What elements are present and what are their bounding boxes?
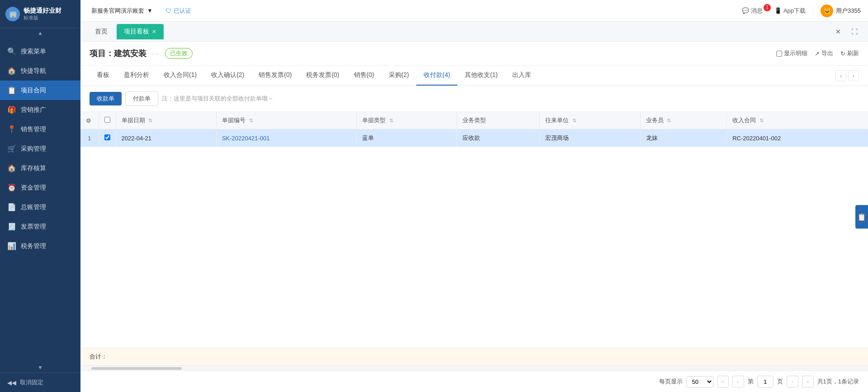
right-panel-toggle[interactable]: 📋 <box>855 205 868 229</box>
sidebar-logo: 🏢 畅捷通好业财 标准版 <box>0 0 80 28</box>
row-number-link[interactable]: SK-20220421-001 <box>222 135 270 142</box>
message-label: 消息 <box>751 7 763 15</box>
col-number[interactable]: 单据编号 ⇅ <box>216 112 356 129</box>
col-salesman[interactable]: 业务员 ⇅ <box>640 112 727 129</box>
sub-tab-other-income[interactable]: 其他收支(1) <box>458 66 505 86</box>
col-partner[interactable]: 往来单位 ⇅ <box>540 112 640 129</box>
project-prefix: 项目： <box>90 48 114 59</box>
sidebar-item-ledger[interactable]: 📄 总账管理 <box>0 197 80 217</box>
sub-tab-kanban[interactable]: 看板 <box>90 66 117 86</box>
refresh-button[interactable]: ↻ 刷新 <box>840 49 859 57</box>
page-prev-button[interactable]: ‹ <box>732 376 744 387</box>
project-more-button[interactable]: ··· <box>152 50 160 57</box>
topbar-divider <box>813 6 813 15</box>
sub-tab-receipt-label: 收付款(4) <box>424 71 450 78</box>
col-income-contract[interactable]: 收入合同 ⇅ <box>727 112 868 129</box>
sidebar-item-label-inventory: 库存核算 <box>21 164 46 172</box>
row-checkbox[interactable] <box>104 134 110 140</box>
show-detail-checkbox[interactable]: 显示明细 <box>776 49 807 57</box>
sidebar-item-marketing[interactable]: 🎁 营销推广 <box>0 100 80 120</box>
sidebar-item-inventory[interactable]: 🏠 库存核算 <box>0 158 80 178</box>
sub-tab-profit-label: 盈利分析 <box>124 71 149 78</box>
sidebar-unpin-button[interactable]: ◀◀ 取消固定 <box>0 373 80 392</box>
page-next-button[interactable]: › <box>787 376 798 387</box>
col-date-label: 单据日期 <box>122 117 145 124</box>
message-button[interactable]: 💬 消息 1 <box>737 7 767 15</box>
sales-icon: 📍 <box>7 125 16 134</box>
sub-tab-receipt[interactable]: 收付款(4) <box>416 66 458 86</box>
sidebar-item-label-ledger: 总账管理 <box>21 203 46 211</box>
shield-icon: 🛡 <box>165 7 172 14</box>
sub-tab-profit[interactable]: 盈利分析 <box>117 66 156 86</box>
sidebar-item-sales[interactable]: 📍 销售管理 <box>0 120 80 139</box>
user-name: 用户3355 <box>836 7 861 15</box>
sidebar-item-project-contract[interactable]: 📋 项目合同 <box>0 81 80 100</box>
row-checkbox-cell[interactable] <box>99 129 116 147</box>
row-income-contract-value: RC-20220401-002 <box>732 135 781 142</box>
page-input[interactable] <box>757 376 774 387</box>
user-info[interactable]: 🐱 用户3355 <box>821 5 861 17</box>
row-type: 蓝单 <box>356 129 457 147</box>
tab-project-board[interactable]: 项目看板 ✕ <box>117 24 164 39</box>
account-selector[interactable]: 新服务官网演示账套 ▼ <box>88 5 156 17</box>
page-first-button[interactable]: « <box>717 376 729 387</box>
sub-tab-inout-label: 出入库 <box>512 71 531 78</box>
sidebar-item-search[interactable]: 🔍 搜索菜单 <box>0 42 80 61</box>
inventory-icon: 🏠 <box>7 164 16 172</box>
sort-icon-type: ⇅ <box>389 118 393 123</box>
row-biz-type: 应收款 <box>457 129 540 147</box>
select-all-checkbox[interactable] <box>104 117 110 123</box>
row-number[interactable]: SK-20220421-001 <box>216 129 356 147</box>
sidebar-item-tax[interactable]: 📊 税务管理 <box>0 236 80 256</box>
total-info: 共1页，1条记录 <box>817 378 859 386</box>
sub-tab-tax-invoice[interactable]: 税务发票(0) <box>299 66 346 86</box>
maximize-window-button[interactable]: ⛶ <box>848 25 861 38</box>
scrollbar-thumb[interactable] <box>91 367 182 370</box>
sidebar-scroll-up[interactable]: ▲ <box>0 28 80 38</box>
row-partner-value: 宏茂商场 <box>545 134 569 141</box>
sub-tab-other-income-label: 其他收支(1) <box>465 71 498 78</box>
sidebar-item-capital[interactable]: ⏰ 资金管理 <box>0 178 80 197</box>
sidebar-scroll-down[interactable]: ▼ <box>0 363 80 373</box>
page-last-button[interactable]: » <box>802 376 814 387</box>
page-suffix: 页 <box>777 378 783 386</box>
export-button[interactable]: ↗ 导出 <box>815 49 833 57</box>
sub-tabs: 看板 盈利分析 收入合同(1) 收入确认(2) 销售发票(0) 税务发票(0) <box>80 66 868 86</box>
receipt-button[interactable]: 收款单 <box>90 92 122 105</box>
sub-tab-income-confirm[interactable]: 收入确认(2) <box>204 66 251 86</box>
row-type-value: 蓝单 <box>362 134 374 141</box>
table-row[interactable]: 1 2022-04-21 SK-20220421-001 <box>80 129 868 147</box>
tab-project-board-label: 项目看板 <box>124 28 149 36</box>
col-type[interactable]: 单据类型 ⇅ <box>356 112 457 129</box>
content-wrapper: 项目： 建筑安装 ··· 已生效 显示明细 ↗ 导出 ↻ 刷新 <box>80 42 868 392</box>
app-download-button[interactable]: 📱 App下载 <box>774 7 806 15</box>
tab-close-icon[interactable]: ✕ <box>152 29 156 35</box>
col-gear[interactable]: ⚙ <box>80 112 99 129</box>
sub-tab-next-arrow[interactable]: › <box>848 70 859 81</box>
horizontal-scrollbar[interactable] <box>80 365 868 371</box>
table-footer: 合计： <box>80 348 868 365</box>
sidebar-item-label-purchase: 采购管理 <box>21 145 46 153</box>
show-detail-input[interactable] <box>776 51 782 57</box>
payment-button[interactable]: 付款单 <box>125 91 158 106</box>
sub-tab-purchase[interactable]: 采购(2) <box>382 66 416 86</box>
panel-icon: 📋 <box>857 213 866 221</box>
sidebar-item-invoice[interactable]: 🧾 发票管理 <box>0 217 80 236</box>
close-window-button[interactable]: ✕ <box>832 25 844 38</box>
sidebar-item-label-capital: 资金管理 <box>21 184 46 192</box>
sub-tab-sales[interactable]: 销售(0) <box>347 66 382 86</box>
export-icon: ↗ <box>815 50 820 57</box>
sidebar-item-purchase[interactable]: 🛒 采购管理 <box>0 139 80 158</box>
sub-tab-income-contract[interactable]: 收入合同(1) <box>156 66 204 86</box>
sub-tab-inout[interactable]: 出入库 <box>505 66 538 86</box>
tab-home-label: 首页 <box>95 28 108 36</box>
sidebar-item-quick-nav[interactable]: 🏠 快捷导航 <box>0 61 80 81</box>
sub-tab-prev-arrow[interactable]: ‹ <box>835 70 846 81</box>
app-logo-icon: 🏢 <box>5 7 20 21</box>
row-date: 2022-04-21 <box>116 129 216 147</box>
page-size-select[interactable]: 50 100 200 <box>686 376 713 387</box>
sub-tab-sales-invoice[interactable]: 销售发票(0) <box>251 66 299 86</box>
col-income-contract-label: 收入合同 <box>732 117 756 124</box>
tab-home[interactable]: 首页 <box>88 24 115 39</box>
col-date[interactable]: 单据日期 ⇅ <box>116 112 216 129</box>
